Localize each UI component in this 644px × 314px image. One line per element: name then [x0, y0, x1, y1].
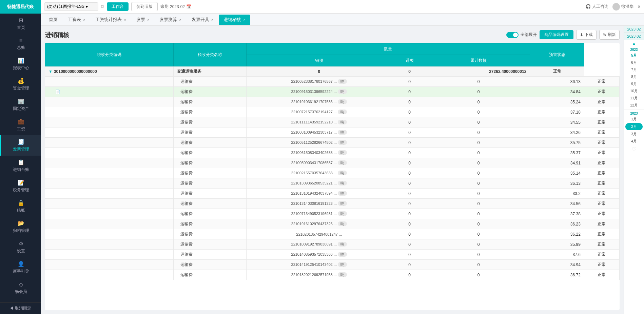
cell-invoice-no: 22101009192789838691 ... 吨 [246, 239, 392, 250]
cell-tax-code [45, 219, 174, 229]
tab-close-icon[interactable]: × [243, 18, 245, 22]
sidebar-item-settings[interactable]: ⚙ 设置 [0, 237, 41, 257]
sidebar-item-label: 首页 [17, 25, 25, 31]
cell-purchase: 0 [427, 148, 530, 158]
tab-close-icon[interactable]: × [147, 18, 149, 22]
expand-toggle[interactable] [506, 32, 519, 38]
cell-cumulative: 36.23 [530, 219, 584, 229]
sidebar-item-member[interactable]: ◇ 畅会员 [0, 278, 41, 298]
tab-close-icon[interactable]: × [211, 18, 213, 22]
cal-month-3[interactable]: 3月 [624, 131, 644, 138]
table-row: ▼3010000000000000000 交通运输服务 0 0 27262.40… [45, 66, 620, 77]
cell-purchase: 0 [427, 250, 530, 260]
cal-month-4[interactable]: 4月 [624, 138, 644, 145]
cell-cumulative: 37.6 [530, 250, 584, 260]
cell-item-name: 运输费 [173, 168, 246, 178]
period-display: 账期 2023-02 📅 [160, 4, 191, 9]
cell-tax-code [45, 168, 174, 178]
cal-month-6[interactable]: 6月 [624, 59, 644, 66]
cell-status: 正常 [584, 107, 619, 117]
cell-cumulative: 35.24 [530, 97, 584, 107]
unit-pill: 吨 [338, 110, 347, 114]
support-link[interactable]: 🎧 人工咨询 [586, 4, 608, 9]
cell-purchase: 0 [427, 209, 530, 219]
sidebar-item-ledger[interactable]: ≡ 总账 [0, 34, 41, 54]
cal-month-7[interactable]: 7月 [624, 66, 644, 73]
cell-invoice-no: 22101910361921707536 ... 吨 [246, 97, 392, 107]
cal-month-10[interactable]: 10月 [624, 87, 644, 95]
cell-sales: 0 [246, 66, 392, 77]
refresh-button[interactable]: ↻ 刷新 [599, 30, 620, 40]
sidebar-item-home[interactable]: ⊞ 首页 [0, 14, 41, 34]
unit-pill: 吨 [338, 181, 347, 185]
cell-status: 正常 [584, 168, 619, 178]
cell-sales: 0 [392, 219, 427, 229]
sidebar-item-archive[interactable]: 📂 归档管理 [0, 217, 41, 237]
chevron-down-icon: ▾ [86, 4, 88, 9]
sidebar-item-close-period[interactable]: 🔒 结账 [0, 196, 41, 217]
table-row: 运输费 22101314030816191223 ... 吨 0 0 34.56… [45, 199, 620, 209]
col-tax-name: 税收分类名称 [173, 43, 246, 66]
sidebar-item-funds[interactable]: 💰 资金管理 [0, 74, 41, 95]
cell-purchase: 0 [427, 260, 530, 270]
cal-month-1[interactable]: 1月 [624, 116, 644, 123]
tab-close-icon[interactable]: × [179, 18, 181, 22]
cell-cumulative: 34.94 [530, 260, 584, 270]
cell-invoice-no: 22101916102976437325 ... 吨 [246, 219, 392, 229]
cal-month-11[interactable]: 11月 [624, 95, 644, 102]
unit-pill: 吨 [338, 79, 347, 84]
cal-month-12[interactable]: 12月 [624, 102, 644, 109]
cell-cumulative: 37.38 [530, 209, 584, 219]
tab-invoice-open[interactable]: 发票开具 × [187, 15, 218, 25]
cal-month-5[interactable]: 5月 [624, 52, 644, 59]
main-area: (勿动) 江西报宝-LSS ▾ ⧉ 工作台 切到旧版 账期 2023-02 📅 … [41, 0, 644, 314]
tab-invoice[interactable]: 发票 × [132, 15, 154, 25]
tab-close-icon[interactable]: × [83, 18, 85, 22]
download-button[interactable]: ⬇ 下载 [576, 30, 597, 40]
sidebar-item-sales-ledger[interactable]: 📋 进销台账 [0, 156, 41, 176]
switch-version-button[interactable]: 切到旧版 [131, 2, 158, 11]
cell-tax-code [45, 199, 174, 209]
sidebar-item-salary[interactable]: 💼 工资 [0, 115, 41, 135]
cal-month-8[interactable]: 8月 [624, 73, 644, 80]
cell-cumulative: 36.22 [530, 229, 584, 239]
col-tax-code: 税收分类编码 [45, 43, 174, 66]
cell-status: 正常 [584, 239, 619, 250]
cell-tax-code [45, 239, 174, 250]
cell-invoice-no: 22101408593571035366 ... 吨 [246, 250, 392, 260]
unit-pill: 吨 [338, 89, 347, 94]
tab-close-icon[interactable]: × [124, 18, 126, 22]
tabbar: 首页 工资表 × 工资统计报表 × 发票 × 发票测算 × 发票开具 × 进销稽… [41, 14, 644, 26]
close-button[interactable]: × [638, 4, 641, 10]
sidebar-item-reports[interactable]: 📊 报表中心 [0, 54, 41, 74]
sidebar-item-invoice-mgmt[interactable]: 🧾 发票管理 [0, 135, 41, 156]
cell-status: 正常 [530, 66, 584, 77]
cell-purchase: 0 [427, 127, 530, 138]
scroll-up-button[interactable]: ▲ [624, 40, 644, 47]
cell-status: 正常 [584, 189, 619, 199]
tab-payroll-stats[interactable]: 工资统计报表 × [91, 15, 131, 25]
sidebar-item-tax-mgmt[interactable]: 📝 税务管理 [0, 176, 41, 196]
sidebar-item-assets[interactable]: 🏢 固定资产 [0, 95, 41, 115]
unpin-button[interactable]: ◀ 取消固定 [0, 302, 41, 314]
tab-sales-check[interactable]: 进销稽核 × [219, 15, 250, 25]
cell-sales: 0 [392, 209, 427, 219]
workstation-button[interactable]: 工作台 [107, 2, 129, 11]
ledger-icon: ≡ [19, 37, 22, 43]
org-selector[interactable]: (勿动) 江西报宝-LSS ▾ [44, 2, 98, 11]
settings-button[interactable]: 商品编码设置 [540, 30, 573, 39]
cell-item-name: 运输费 [173, 138, 246, 148]
topbar: (勿动) 江西报宝-LSS ▾ ⧉ 工作台 切到旧版 账期 2023-02 📅 … [41, 0, 644, 14]
tab-payroll[interactable]: 工资表 × [63, 15, 90, 25]
cal-month-2-active[interactable]: 2月 [625, 123, 643, 130]
cal-month-9[interactable]: 9月 [624, 80, 644, 87]
sidebar-item-newbie[interactable]: 👤 新手引导 [0, 257, 41, 278]
funds-icon: 💰 [18, 78, 24, 84]
cell-cumulative: 36.13 [530, 77, 584, 87]
cell-item-name: 运输费 [173, 189, 246, 199]
tab-home[interactable]: 首页 [44, 15, 62, 25]
sidebar-item-label: 资金管理 [13, 85, 29, 91]
tab-invoice-calc[interactable]: 发票测算 × [155, 15, 186, 25]
page-actions: 全部展开 商品编码设置 ⬇ 下载 ↻ 刷新 [506, 30, 620, 40]
panel-header-bottom: 2023.02 [624, 33, 644, 40]
